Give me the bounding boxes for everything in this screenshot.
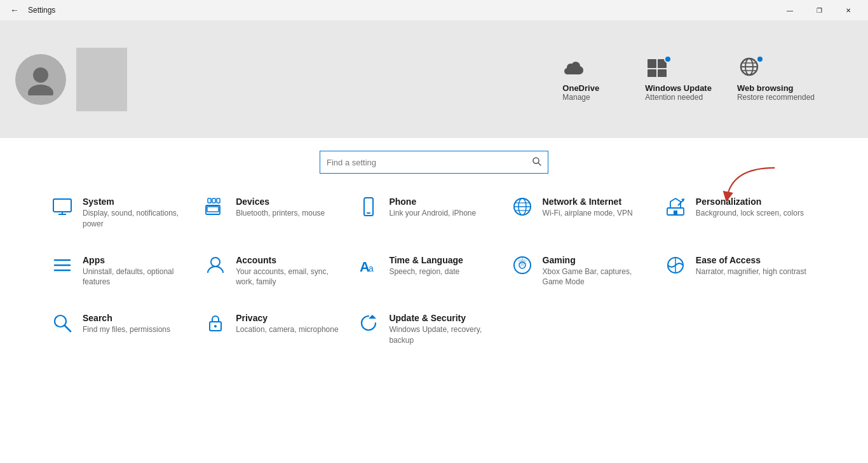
setting-text-system: System Display, sound, notifications, po… [83,197,194,230]
setting-name-system: System [83,197,194,207]
header-shortcuts: OneDrive Manage Windows Update Attention… [562,57,853,102]
close-button[interactable]: ✕ [834,0,863,20]
windows-update-title: Windows Update [645,83,712,93]
setting-name-apps: Apps [83,255,194,265]
setting-item-time[interactable]: Aa Time & Language Speech, region, date [357,242,510,301]
shortcut-onedrive[interactable]: OneDrive Manage [562,57,620,102]
system-icon [51,197,74,217]
gaming-icon [511,255,534,275]
setting-name-privacy: Privacy [236,313,338,323]
shortcut-web-browsing[interactable]: Web browsing Restore recommended [737,57,815,102]
ease-icon [664,255,687,275]
setting-name-ease: Ease of Access [696,255,806,265]
setting-item-devices[interactable]: Devices Bluetooth, printers, mouse [204,184,357,242]
search-icon [532,157,541,166]
setting-text-gaming: Gaming Xbox Game Bar, captures, Game Mod… [543,255,654,288]
setting-desc-accounts: Your accounts, email, sync, work, family [236,266,347,288]
profile-header: OneDrive Manage Windows Update Attention… [0,20,868,138]
onedrive-title: OneDrive [562,83,599,93]
setting-text-search: Search Find my files, permissions [83,313,170,335]
setting-text-update: Update & Security Windows Update, recove… [389,313,500,346]
setting-desc-search: Find my files, permissions [83,324,170,335]
web-browsing-subtitle: Restore recommended [737,93,815,102]
setting-item-system[interactable]: System Display, sound, notifications, po… [51,184,204,242]
shortcut-windows-update[interactable]: Windows Update Attention needed [645,57,712,102]
setting-name-network: Network & Internet [543,197,633,207]
onedrive-icon-wrap [562,57,587,79]
svg-rect-29 [674,211,677,215]
svg-point-1 [28,85,53,95]
setting-text-personalization: Personalization Background, lock screen,… [696,197,804,219]
setting-item-personalization[interactable]: Personalization Background, lock screen,… [664,184,817,242]
svg-rect-2 [648,59,656,68]
windows-update-icon-wrap [645,57,669,79]
svg-line-12 [538,163,541,165]
setting-desc-personalization: Background, lock screen, colors [696,208,804,219]
svg-rect-19 [212,198,215,203]
minimize-button[interactable]: — [775,0,804,20]
setting-item-update[interactable]: Update & Security Windows Update, recove… [357,300,510,359]
setting-desc-privacy: Location, camera, microphone [236,324,338,335]
devices-icon [204,197,227,217]
time-icon: Aa [357,255,380,275]
setting-item-phone[interactable]: Phone Link your Android, iPhone [357,184,510,242]
setting-desc-time: Speech, region, date [389,266,463,277]
windows-update-subtitle: Attention needed [645,93,703,102]
svg-rect-18 [208,198,211,203]
setting-desc-gaming: Xbox Game Bar, captures, Game Mode [543,266,654,288]
setting-name-accounts: Accounts [236,255,347,265]
svg-marker-46 [369,315,376,319]
svg-line-43 [65,326,71,331]
svg-rect-13 [53,199,71,212]
setting-item-search[interactable]: Search Find my files, permissions [51,300,204,359]
search-icon [51,313,74,333]
privacy-icon [204,313,227,333]
setting-text-privacy: Privacy Location, camera, microphone [236,313,338,335]
settings-main: System Display, sound, notifications, po… [0,184,868,378]
svg-point-0 [33,67,48,83]
web-browsing-icon-wrap [737,57,761,79]
back-button[interactable]: ← [8,3,22,18]
setting-desc-ease: Narrator, magnifier, high contrast [696,266,806,277]
setting-desc-devices: Bluetooth, printers, mouse [236,208,325,219]
setting-item-network[interactable]: Network & Internet Wi-Fi, airplane mode,… [511,184,664,242]
windows-update-badge [664,55,672,63]
svg-rect-17 [207,207,219,212]
web-browsing-badge [756,55,764,63]
search-input[interactable] [327,158,532,167]
personalization-icon [664,197,687,217]
setting-text-phone: Phone Link your Android, iPhone [389,197,476,219]
setting-item-apps[interactable]: Apps Uninstall, defaults, optional featu… [51,242,204,301]
setting-name-personalization: Personalization [696,197,804,207]
settings-page: OneDrive Manage Windows Update Attention… [0,20,868,463]
window-controls: — ❐ ✕ [775,0,863,20]
setting-desc-network: Wi-Fi, airplane mode, VPN [543,208,633,219]
setting-name-update: Update & Security [389,313,500,323]
setting-desc-system: Display, sound, notifications, power [83,208,194,230]
svg-text:a: a [369,263,374,273]
network-icon [511,197,534,217]
onedrive-icon [562,57,587,77]
search-icon-button[interactable] [532,157,541,168]
setting-item-accounts[interactable]: Accounts Your accounts, email, sync, wor… [204,242,357,301]
svg-rect-4 [648,69,656,77]
setting-text-network: Network & Internet Wi-Fi, airplane mode,… [543,197,633,219]
setting-item-privacy[interactable]: Privacy Location, camera, microphone [204,300,357,359]
search-area [0,138,868,184]
profile-image[interactable] [76,48,127,111]
person-icon [25,64,57,95]
avatar[interactable] [15,54,66,105]
setting-text-devices: Devices Bluetooth, printers, mouse [236,197,325,219]
maximize-button[interactable]: ❐ [804,0,834,20]
setting-item-gaming[interactable]: Gaming Xbox Game Bar, captures, Game Mod… [511,242,664,301]
setting-name-gaming: Gaming [543,255,654,265]
setting-desc-phone: Link your Android, iPhone [389,208,476,219]
setting-text-accounts: Accounts Your accounts, email, sync, wor… [236,255,347,288]
profile-left [15,48,562,111]
svg-point-35 [211,258,220,266]
setting-item-ease[interactable]: Ease of Access Narrator, magnifier, high… [664,242,817,301]
setting-name-phone: Phone [389,197,476,207]
setting-name-search: Search [83,313,170,323]
search-box [320,151,548,174]
title-bar: ← Settings — ❐ ✕ [0,0,868,20]
